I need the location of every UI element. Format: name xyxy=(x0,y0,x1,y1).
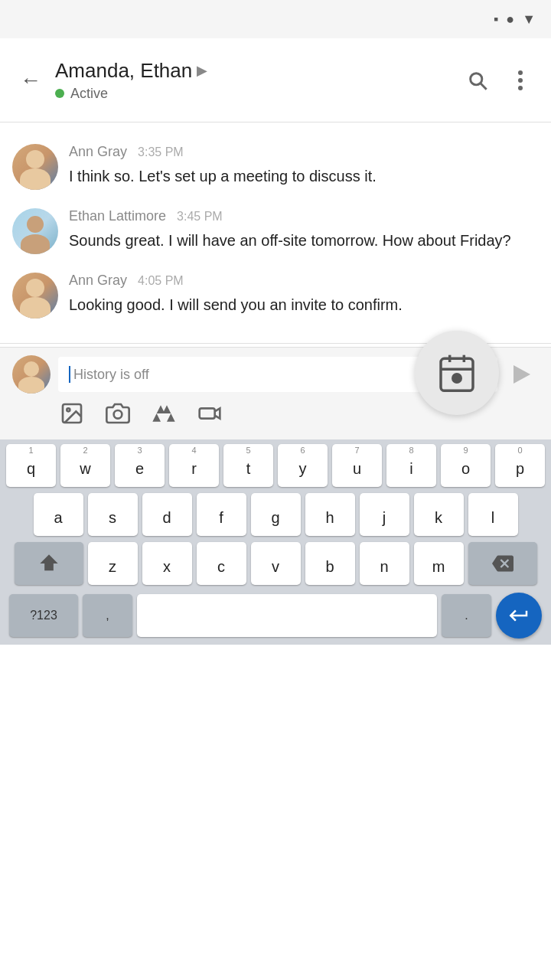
header: ← Amanda, Ethan ▶ Active xyxy=(0,38,551,122)
keyboard-row-3: z x c v b n m xyxy=(3,542,548,585)
message-meta-3: Ann Gray 4:05 PM xyxy=(69,273,539,289)
send-icon xyxy=(514,365,530,384)
key-m[interactable]: m xyxy=(414,542,464,585)
key-q[interactable]: 1 q xyxy=(6,444,56,487)
key-a[interactable]: a xyxy=(34,493,83,536)
dropdown-icon: ▼ xyxy=(522,11,536,28)
message-time-1: 3:35 PM xyxy=(138,145,184,159)
avatar-ann-1 xyxy=(12,144,58,190)
camera-button[interactable] xyxy=(104,400,132,427)
sender-name-3: Ann Gray xyxy=(69,273,127,289)
active-dot xyxy=(55,89,64,98)
search-button[interactable] xyxy=(459,62,496,99)
message-meta-1: Ann Gray 3:35 PM xyxy=(69,144,539,160)
chevron-icon: ▶ xyxy=(197,62,207,79)
message-content-3: Ann Gray 4:05 PM Looking good. I will se… xyxy=(69,273,539,316)
keyboard-row-2: a s d f g h j k l xyxy=(3,493,548,536)
key-x[interactable]: x xyxy=(142,542,192,585)
svg-point-0 xyxy=(471,73,482,84)
video-button[interactable] xyxy=(196,400,223,427)
chat-area: Ann Gray 3:35 PM I think so. Let's set u… xyxy=(0,122,551,340)
key-u[interactable]: 7 u xyxy=(332,444,382,487)
enter-key[interactable] xyxy=(496,593,542,639)
header-title-area: Amanda, Ethan ▶ Active xyxy=(49,59,459,102)
key-g[interactable]: g xyxy=(251,493,301,536)
message-time-2: 3:45 PM xyxy=(177,210,223,224)
send-button[interactable] xyxy=(505,358,539,391)
symbols-label: ?123 xyxy=(30,609,57,622)
svg-point-7 xyxy=(114,410,122,419)
message-content-1: Ann Gray 3:35 PM I think so. Let's set u… xyxy=(69,144,539,188)
key-t[interactable]: 5 t xyxy=(223,444,273,487)
key-n[interactable]: n xyxy=(360,542,409,585)
key-j[interactable]: j xyxy=(360,493,409,536)
input-placeholder: History is off xyxy=(73,367,149,383)
header-actions xyxy=(459,62,539,99)
back-arrow-icon: ← xyxy=(20,68,41,93)
svg-point-6 xyxy=(67,408,70,411)
sender-name-2: Ethan Lattimore xyxy=(69,208,166,224)
key-z[interactable]: z xyxy=(88,542,138,585)
svg-line-1 xyxy=(481,83,487,90)
space-key[interactable] xyxy=(137,594,437,637)
message-content-2: Ethan Lattimore 3:45 PM Sounds great. I … xyxy=(69,208,539,252)
period-label: . xyxy=(465,609,468,622)
comma-key[interactable]: , xyxy=(83,594,132,637)
title-text: Amanda, Ethan xyxy=(55,59,192,83)
keyboard: 1 q 2 w 3 e 4 r 5 t 6 y 7 u 8 i xyxy=(0,439,551,645)
key-f[interactable]: f xyxy=(197,493,246,536)
message-row: Ann Gray 3:35 PM I think so. Let's set u… xyxy=(0,135,551,199)
key-k[interactable]: k xyxy=(414,493,464,536)
message-text-2: Sounds great. I will have an off-site to… xyxy=(69,229,539,252)
svg-rect-8 xyxy=(200,408,215,418)
key-l[interactable]: l xyxy=(468,493,518,536)
shift-key[interactable] xyxy=(15,542,83,585)
sender-name-1: Ann Gray xyxy=(69,144,127,160)
message-row: Ethan Lattimore 3:45 PM Sounds great. I … xyxy=(0,199,551,263)
message-text-1: I think so. Let's set up a meeting to di… xyxy=(69,165,539,188)
key-d[interactable]: d xyxy=(142,493,192,536)
calendar-button[interactable] xyxy=(415,331,499,415)
svg-point-2 xyxy=(518,70,523,75)
svg-point-4 xyxy=(518,86,523,90)
input-area: History is off xyxy=(0,347,551,439)
input-avatar xyxy=(12,355,51,394)
svg-point-13 xyxy=(452,373,462,384)
drive-button[interactable] xyxy=(150,400,178,427)
text-cursor xyxy=(69,366,70,383)
svg-point-3 xyxy=(518,78,523,83)
key-v[interactable]: v xyxy=(251,542,301,585)
back-button[interactable]: ← xyxy=(12,62,49,99)
keyboard-row-1: 1 q 2 w 3 e 4 r 5 t 6 y 7 u 8 i xyxy=(3,444,548,487)
key-s[interactable]: s xyxy=(88,493,138,536)
message-row: Ann Gray 4:05 PM Looking good. I will se… xyxy=(0,263,551,328)
key-w[interactable]: 2 w xyxy=(60,444,110,487)
period-key[interactable]: . xyxy=(442,594,491,637)
status-bar: ▪ ● ▼ xyxy=(0,0,551,38)
key-h[interactable]: h xyxy=(305,493,355,536)
more-options-button[interactable] xyxy=(502,62,539,99)
circle-icon: ● xyxy=(506,11,514,28)
avatar-ann-2 xyxy=(12,273,58,318)
keyboard-bottom-row: ?123 , . xyxy=(3,591,548,645)
message-time-3: 4:05 PM xyxy=(138,274,184,288)
symbols-key[interactable]: ?123 xyxy=(9,594,78,637)
key-e[interactable]: 3 e xyxy=(115,444,165,487)
delete-key[interactable] xyxy=(468,542,537,585)
conversation-title[interactable]: Amanda, Ethan ▶ xyxy=(55,59,459,83)
avatar-ethan-1 xyxy=(12,208,58,254)
message-text-3: Looking good. I will send you an invite … xyxy=(69,293,539,316)
active-label: Active xyxy=(70,86,108,102)
key-i[interactable]: 8 i xyxy=(386,444,436,487)
image-button[interactable] xyxy=(58,400,86,427)
comma-label: , xyxy=(106,609,109,622)
key-y[interactable]: 6 y xyxy=(278,444,328,487)
status-row: Active xyxy=(55,86,459,102)
key-b[interactable]: b xyxy=(305,542,355,585)
stop-icon: ▪ xyxy=(494,11,498,28)
key-c[interactable]: c xyxy=(197,542,246,585)
key-o[interactable]: 9 o xyxy=(441,444,491,487)
toolbar-wrapper xyxy=(12,394,539,430)
key-p[interactable]: 0 p xyxy=(495,444,545,487)
key-r[interactable]: 4 r xyxy=(169,444,219,487)
